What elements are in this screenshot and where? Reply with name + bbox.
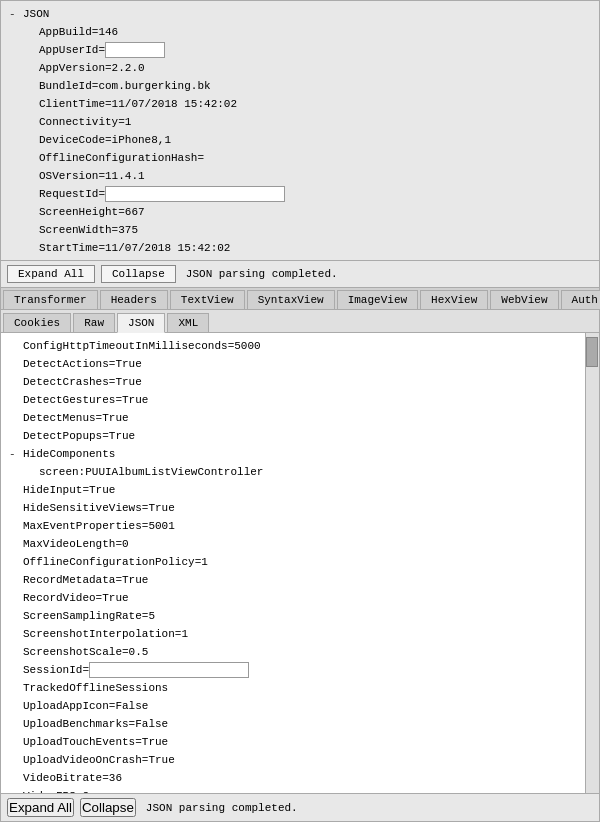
- tree-text: ScreenHeight=667: [39, 204, 145, 220]
- top-panel[interactable]: -JSON AppBuild=146 AppUserId= AppVersion…: [0, 0, 600, 260]
- tree-toggle-icon[interactable]: -: [9, 6, 23, 22]
- top-tree-item: RequestId=: [3, 185, 597, 203]
- main-tree-text: DetectActions=True: [23, 356, 142, 372]
- top-tree-item: BundleId=com.burgerking.bk: [3, 77, 597, 95]
- main-tree-item: UploadTouchEvents=True: [3, 733, 583, 751]
- main-tree-item: VideoFPS=2: [3, 787, 583, 793]
- tree-input[interactable]: [105, 42, 165, 58]
- tree-text: Connectivity=1: [39, 114, 131, 130]
- top-tree-item: ScreenHeight=667: [3, 203, 597, 221]
- main-tree-text: HideComponents: [23, 446, 115, 462]
- main-tree-item: RecordMetadata=True: [3, 571, 583, 589]
- tab-hexview[interactable]: HexView: [420, 290, 488, 309]
- main-tree-text: UploadTouchEvents=True: [23, 734, 168, 750]
- subtab-cookies[interactable]: Cookies: [3, 313, 71, 332]
- tree-text: DeviceCode=iPhone8,1: [39, 132, 171, 148]
- main-tree-text: HideSensitiveViews=True: [23, 500, 175, 516]
- main-tree-toggle-icon[interactable]: -: [9, 446, 23, 462]
- main-tree-item: DetectGestures=True: [3, 391, 583, 409]
- main-tree-item: ScreenSamplingRate=5: [3, 607, 583, 625]
- main-tree-item: SessionId=: [3, 661, 583, 679]
- main-tree-text: UploadVideoOnCrash=True: [23, 752, 175, 768]
- tree-text: ClientTime=11/07/2018 15:42:02: [39, 96, 237, 112]
- main-tree-item: MaxVideoLength=0: [3, 535, 583, 553]
- main-tree-text: RecordVideo=True: [23, 590, 129, 606]
- main-tree-text: VideoBitrate=36: [23, 770, 122, 786]
- tree-text: OfflineConfigurationHash=: [39, 150, 204, 166]
- main-scroll-area[interactable]: ConfigHttpTimeoutInMilliseconds=5000 Det…: [1, 333, 585, 793]
- subtab-xml[interactable]: XML: [167, 313, 209, 332]
- tab-textview[interactable]: TextView: [170, 290, 245, 309]
- tree-text: StartTime=11/07/2018 15:42:02: [39, 240, 230, 256]
- subtab-json[interactable]: JSON: [117, 313, 165, 333]
- main-tree-text: MaxVideoLength=0: [23, 536, 129, 552]
- expand-all-button-bottom[interactable]: Expand All: [7, 798, 74, 817]
- main-tree-item: HideInput=True: [3, 481, 583, 499]
- tree-text: AppBuild=146: [39, 24, 118, 40]
- tab-syntaxview[interactable]: SyntaxView: [247, 290, 335, 309]
- main-tree-text: TrackedOfflineSessions: [23, 680, 168, 696]
- main-tree-item: OfflineConfigurationPolicy=1: [3, 553, 583, 571]
- main-tree-text: SessionId=: [23, 662, 89, 678]
- tab-imageview[interactable]: ImageView: [337, 290, 418, 309]
- top-tree-item: -JSON: [3, 5, 597, 23]
- tree-text: BundleId=com.burgerking.bk: [39, 78, 211, 94]
- top-tree-item: AppUserId=: [3, 41, 597, 59]
- main-tree-item: ScreenshotInterpolation=1: [3, 625, 583, 643]
- main-tree-text: MaxEventProperties=5001: [23, 518, 175, 534]
- scrollbar-thumb[interactable]: [586, 337, 598, 367]
- status-text-bottom: JSON parsing completed.: [146, 802, 298, 814]
- tab-bar-main: TransformerHeadersTextViewSyntaxViewImag…: [0, 287, 600, 309]
- main-tree-text: ConfigHttpTimeoutInMilliseconds=5000: [23, 338, 261, 354]
- top-tree-item: AppVersion=2.2.0: [3, 59, 597, 77]
- main-tree-text: RecordMetadata=True: [23, 572, 148, 588]
- main-tree-text: ScreenshotInterpolation=1: [23, 626, 188, 642]
- top-tree-item: AppBuild=146: [3, 23, 597, 41]
- bottom-toolbar: Expand All Collapse JSON parsing complet…: [0, 793, 600, 822]
- main-tree-item: MaxEventProperties=5001: [3, 517, 583, 535]
- main-panel: ConfigHttpTimeoutInMilliseconds=5000 Det…: [0, 332, 600, 793]
- main-tree-text: UploadAppIcon=False: [23, 698, 148, 714]
- tree-input[interactable]: [105, 186, 285, 202]
- main-tree-input[interactable]: [89, 662, 249, 678]
- top-tree-item: OSVersion=11.4.1: [3, 167, 597, 185]
- main-tree-text: VideoFPS=2: [23, 788, 89, 793]
- main-tree-text: HideInput=True: [23, 482, 115, 498]
- main-tree-item: -HideComponents: [3, 445, 583, 463]
- main-tree-item: VideoBitrate=36: [3, 769, 583, 787]
- tab-auth[interactable]: Auth: [561, 290, 600, 309]
- status-text-top: JSON parsing completed.: [186, 268, 338, 280]
- main-tree-text: DetectGestures=True: [23, 392, 148, 408]
- main-tree-text: ScreenSamplingRate=5: [23, 608, 155, 624]
- tab-transformer[interactable]: Transformer: [3, 290, 98, 309]
- top-toolbar: Expand All Collapse JSON parsing complet…: [0, 260, 600, 287]
- main-tree-text: ScreenshotScale=0.5: [23, 644, 148, 660]
- tab-webview[interactable]: WebView: [490, 290, 558, 309]
- main-tree-item: DetectPopups=True: [3, 427, 583, 445]
- tree-text: OSVersion=11.4.1: [39, 168, 145, 184]
- main-tree-item: DetectMenus=True: [3, 409, 583, 427]
- tab-headers[interactable]: Headers: [100, 290, 168, 309]
- main-tree-text: DetectCrashes=True: [23, 374, 142, 390]
- top-tree-item: StartTime=11/07/2018 15:42:02: [3, 239, 597, 257]
- main-tree-item: screen:PUUIAlbumListViewController: [3, 463, 583, 481]
- top-tree-item: Connectivity=1: [3, 113, 597, 131]
- main-tree-text: UploadBenchmarks=False: [23, 716, 168, 732]
- tree-text: ScreenWidth=375: [39, 222, 138, 238]
- top-tree-item: ClientTime=11/07/2018 15:42:02: [3, 95, 597, 113]
- scrollbar-track[interactable]: [585, 333, 599, 793]
- main-tree-item: TrackedOfflineSessions: [3, 679, 583, 697]
- main-tree-item: ScreenshotScale=0.5: [3, 643, 583, 661]
- top-tree-item: DeviceCode=iPhone8,1: [3, 131, 597, 149]
- expand-all-button-top[interactable]: Expand All: [7, 265, 95, 283]
- top-tree-item: ScreenWidth=375: [3, 221, 597, 239]
- collapse-button-top[interactable]: Collapse: [101, 265, 176, 283]
- subtab-raw[interactable]: Raw: [73, 313, 115, 332]
- main-tree-text: OfflineConfigurationPolicy=1: [23, 554, 208, 570]
- tree-text: RequestId=: [39, 186, 105, 202]
- tree-text: AppVersion=2.2.0: [39, 60, 145, 76]
- collapse-button-bottom[interactable]: Collapse: [80, 798, 136, 817]
- main-tree-item: DetectCrashes=True: [3, 373, 583, 391]
- main-tree-text: screen:PUUIAlbumListViewController: [39, 464, 263, 480]
- main-tree-item: RecordVideo=True: [3, 589, 583, 607]
